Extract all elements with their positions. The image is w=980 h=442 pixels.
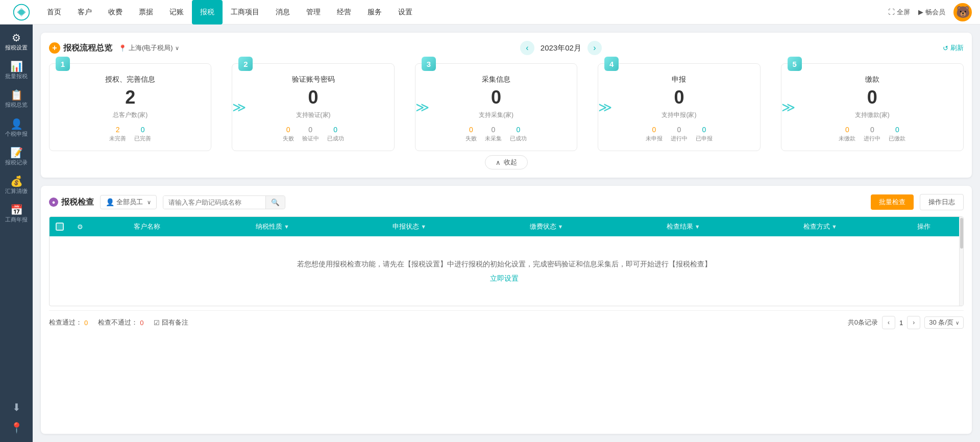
step-stat-5-0: 0 未缴款: [839, 126, 855, 142]
fullscreen-button[interactable]: ⛶ 全屏: [888, 8, 910, 17]
member-button[interactable]: ▶ 畅会员: [918, 8, 945, 17]
nav-item-service[interactable]: 服务: [359, 0, 390, 24]
top-nav: 首页 客户 收费 票据 记账 报税 工商项目 消息 管理 经营 服务 设置 ⛶ …: [0, 0, 980, 24]
step-count-2: 0: [308, 88, 318, 107]
stat-label-2-2: 已成功: [327, 135, 344, 142]
nav-item-invoice[interactable]: 票据: [131, 0, 161, 24]
step-stats-2: 0 失败 0 验证中 0 已成功: [283, 126, 344, 142]
main-content: + 报税流程总览 📍 上海(电子税局) ∨ ‹ 2023年02月 › ↺ 刷新: [33, 24, 980, 442]
nav-item-message[interactable]: 消息: [267, 0, 298, 24]
tax-type-filter[interactable]: 纳税性质 ▼: [256, 222, 289, 231]
nav-item-home[interactable]: 首页: [39, 0, 69, 24]
step-stat-5-1: 0 进行中: [864, 126, 880, 142]
sidebar-item-annual-report[interactable]: 📅 工商年报: [2, 201, 31, 227]
step-stats-3: 0 失败 0 未采集 0 已成功: [465, 126, 527, 142]
sidebar-item-individual-tax[interactable]: 👤 个税申报: [2, 115, 31, 141]
scrollbar[interactable]: [959, 217, 963, 306]
check-method-filter[interactable]: 检查方式 ▼: [803, 222, 837, 231]
step-stat-4-2: 0 已申报: [696, 126, 713, 142]
step-sub-4: 支持申报(家): [662, 111, 696, 119]
table-wrapper: ⚙ 客户名称 纳税性质 ▼: [50, 217, 959, 306]
step-stat-3-2: 0 已成功: [510, 126, 527, 142]
step-wrapper-5: 5 缴款 0 支持缴款(家) 0 未缴款 0 进行中: [781, 63, 964, 151]
stat-label-3-1: 未采集: [485, 135, 502, 142]
check-table: ⚙ 客户名称 纳税性质 ▼: [50, 217, 959, 306]
location-badge[interactable]: 📍 上海(电子税局) ∨: [118, 43, 179, 53]
check-header: ● 报税检查 👤 全部员工 ∨ 🔍 批量检查 操作日志: [49, 194, 964, 210]
staff-select[interactable]: 👤 全部员工 ∨: [100, 195, 157, 209]
first-page-button[interactable]: ‹: [882, 316, 895, 329]
collapse-button[interactable]: ∧ 收起: [485, 155, 528, 169]
step-sub-3: 支持采集(家): [479, 111, 513, 119]
nav-item-settings[interactable]: 设置: [390, 0, 421, 24]
batch-tax-icon: 📊: [10, 61, 23, 71]
stat-val-4-2: 0: [702, 126, 706, 134]
refresh-icon: ↺: [943, 44, 948, 52]
sidebar-item-batch-tax[interactable]: 📊 批量报税: [2, 57, 31, 84]
checkbox-container[interactable]: [54, 223, 66, 231]
nav-item-bookkeeping[interactable]: 记账: [161, 0, 192, 24]
total-records: 共0条记录: [848, 318, 878, 327]
declare-status-filter[interactable]: 申报状态 ▼: [393, 222, 426, 231]
nav-item-operation[interactable]: 经营: [329, 0, 359, 24]
download-icon[interactable]: ⬇: [12, 401, 21, 413]
check-result-filter[interactable]: 检查结果 ▼: [667, 222, 700, 231]
log-button[interactable]: 操作日志: [920, 194, 964, 210]
pass-count[interactable]: 0: [84, 319, 88, 327]
filter-icon-pay: ▼: [558, 224, 564, 230]
step-wrapper-1: 1 授权、完善信息 2 总客户数(家) 2 未完善 0 已完善: [49, 63, 232, 151]
avatar[interactable]: 🐻: [953, 3, 972, 21]
empty-row: 若您想使用报税检查功能，请先在【报税设置】中进行报税的初始化设置，完成密码验证和…: [50, 236, 959, 306]
sidebar-item-tax-settings[interactable]: ⚙ 报税设置: [2, 29, 31, 55]
arrow-icon-1: ≫: [232, 100, 246, 115]
sidebar-item-tax-overview[interactable]: 📋 报税总览: [2, 86, 31, 112]
process-overview-card: + 报税流程总览 📍 上海(电子税局) ∨ ‹ 2023年02月 › ↺ 刷新: [41, 33, 972, 178]
step-wrapper-3: 3 采集信息 0 支持采集(家) 0 失败 0 未采集: [415, 63, 598, 151]
step-stat-5-2: 0 已缴款: [889, 126, 905, 142]
settlement-icon: 💰: [10, 176, 23, 186]
location-icon[interactable]: 📍: [10, 422, 23, 434]
nav-item-client[interactable]: 客户: [69, 0, 100, 24]
collapse-row: ∧ 收起: [49, 155, 964, 169]
fullscreen-icon: ⛶: [888, 8, 895, 16]
pay-status-filter[interactable]: 缴费状态 ▼: [530, 222, 564, 231]
next-month-button[interactable]: ›: [587, 41, 602, 55]
per-page-select[interactable]: 30 条/页 ∨: [924, 316, 964, 329]
header-checkbox[interactable]: [56, 223, 64, 231]
settings-icon[interactable]: ⚙: [77, 223, 83, 231]
nav-item-manage[interactable]: 管理: [298, 0, 329, 24]
step-number-5: 5: [788, 57, 802, 71]
prev-month-button[interactable]: ‹: [520, 41, 534, 55]
step-stats-4: 0 未申报 0 进行中 0 已申报: [646, 126, 713, 142]
step-card-5: 5 缴款 0 支持缴款(家) 0 未缴款 0 进行中: [781, 63, 964, 151]
scrollbar-thumb[interactable]: [960, 218, 963, 249]
nav-item-fee[interactable]: 收费: [100, 0, 131, 24]
next-page-button[interactable]: ›: [907, 316, 920, 329]
setup-link[interactable]: 立即设置: [490, 274, 519, 282]
per-page-chevron-icon: ∨: [955, 320, 959, 326]
current-page: 1: [899, 319, 903, 327]
month-nav: ‹ 2023年02月 ›: [520, 41, 602, 55]
batch-check-button[interactable]: 批量检查: [871, 194, 914, 210]
search-input[interactable]: [163, 196, 265, 209]
th-check-result: 检查结果 ▼: [615, 217, 752, 236]
search-button[interactable]: 🔍: [265, 196, 285, 209]
pagination: 共0条记录 ‹ 1 › 30 条/页 ∨: [848, 316, 964, 329]
step-stat-2-2: 0 已成功: [327, 126, 344, 142]
sidebar-item-tax-record[interactable]: 📝 报税记录: [2, 143, 31, 170]
search-box: 🔍: [163, 195, 285, 209]
step-stat-3-1: 0 未采集: [485, 126, 502, 142]
sidebar-item-annual-settlement[interactable]: 💰 汇算清缴: [2, 172, 31, 199]
nav-item-business[interactable]: 工商项目: [223, 0, 267, 24]
stat-label-4-1: 进行中: [671, 135, 688, 142]
filter-icon-declare: ▼: [421, 224, 426, 230]
step-wrapper-4: 4 申报 0 支持申报(家) 0 未申报 0 进行中: [598, 63, 780, 151]
refresh-button[interactable]: ↺ 刷新: [943, 43, 964, 53]
stat-label-1-1: 已完善: [134, 135, 151, 142]
stat-label-4-2: 已申报: [696, 135, 713, 142]
nav-item-tax[interactable]: 报税: [192, 0, 223, 24]
fail-count[interactable]: 0: [140, 319, 143, 327]
table-body: 若您想使用报税检查功能，请先在【报税设置】中进行报税的初始化设置，完成密码验证和…: [50, 236, 959, 306]
step-card-4: 4 申报 0 支持申报(家) 0 未申报 0 进行中: [598, 63, 760, 151]
th-client-name: 客户名称: [90, 217, 204, 236]
